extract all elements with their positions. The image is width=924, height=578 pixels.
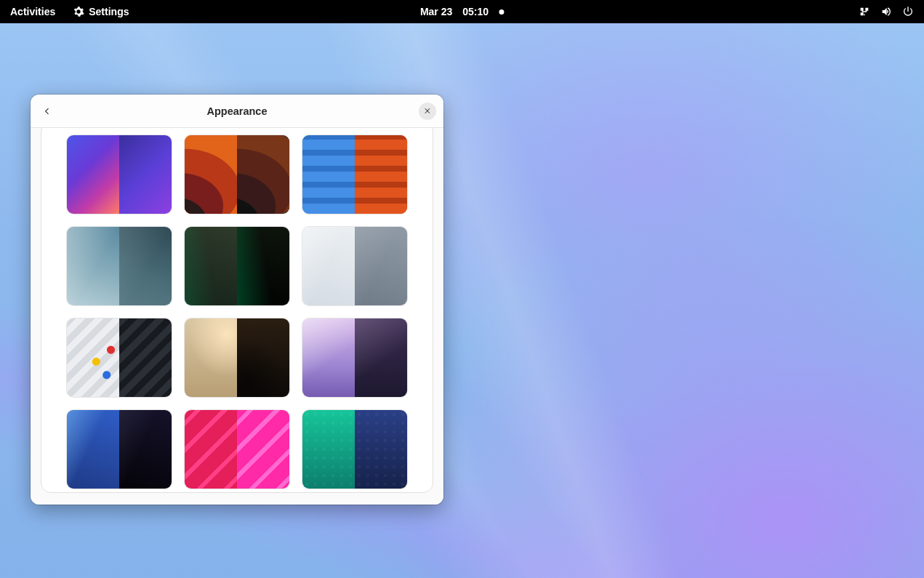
wallpaper-dark-half: [355, 318, 407, 397]
wallpaper-light-half: [302, 135, 355, 214]
network-icon[interactable]: [859, 6, 870, 17]
wallpaper-dark-half: [355, 410, 407, 489]
wallpaper-thumbnail[interactable]: [302, 318, 407, 397]
notification-dot-icon: [499, 9, 504, 15]
clock-date: Mar 23: [420, 6, 452, 17]
settings-window: Appearance: [31, 95, 443, 505]
wallpaper-dark-half: [237, 410, 289, 489]
focused-app-menu[interactable]: Settings: [73, 6, 129, 17]
power-icon[interactable]: [902, 6, 914, 17]
wallpaper-grid: [41, 128, 433, 492]
wallpaper-light-half: [185, 318, 237, 397]
gnome-top-bar: Activities Settings Mar 23 05:10: [0, 0, 924, 23]
close-icon: [424, 107, 432, 115]
close-button[interactable]: [419, 103, 436, 120]
activities-button[interactable]: Activities: [10, 6, 55, 17]
wallpaper-light-half: [185, 227, 237, 305]
window-title: Appearance: [206, 105, 267, 117]
wallpaper-light-half: [67, 227, 119, 305]
wallpaper-dark-half: [119, 227, 172, 305]
wallpaper-thumbnail[interactable]: [185, 410, 289, 489]
wallpaper-thumbnail[interactable]: [302, 135, 407, 214]
wallpaper-thumbnail[interactable]: [302, 410, 407, 489]
wallpaper-thumbnail[interactable]: [67, 410, 172, 489]
wallpaper-dark-half: [119, 410, 172, 489]
wallpaper-dark-half: [355, 227, 407, 305]
window-titlebar: Appearance: [31, 95, 443, 128]
wallpaper-dark-half: [119, 135, 172, 214]
wallpaper-light-half: [67, 318, 119, 397]
focused-app-name: Settings: [89, 6, 129, 17]
wallpaper-thumbnail[interactable]: [67, 227, 172, 305]
wallpaper-light-half: [67, 410, 119, 489]
wallpaper-dark-half: [237, 227, 289, 305]
wallpaper-thumbnail[interactable]: [185, 318, 289, 397]
wallpaper-scroll[interactable]: [41, 128, 433, 492]
wallpaper-thumbnail[interactable]: [185, 135, 289, 214]
gear-icon: [73, 6, 84, 17]
wallpaper-dark-half: [119, 318, 172, 397]
wallpaper-light-half: [302, 227, 355, 305]
clock-time: 05:10: [462, 6, 489, 17]
wallpaper-dark-half: [237, 318, 289, 397]
wallpaper-thumbnail[interactable]: [67, 318, 172, 397]
wallpaper-light-half: [302, 318, 355, 397]
chevron-left-icon: [42, 106, 52, 116]
wallpaper-thumbnail[interactable]: [67, 135, 172, 214]
wallpaper-thumbnail[interactable]: [185, 227, 289, 305]
clock-menu[interactable]: Mar 23 05:10: [420, 6, 504, 17]
wallpaper-panel: [41, 128, 433, 493]
wallpaper-dark-half: [355, 135, 407, 214]
window-body: [31, 128, 443, 505]
wallpaper-light-half: [185, 135, 237, 214]
wallpaper-light-half: [302, 410, 355, 489]
wallpaper-dark-half: [237, 135, 289, 214]
volume-icon[interactable]: [880, 6, 892, 17]
wallpaper-light-half: [67, 135, 119, 214]
back-button[interactable]: [38, 102, 57, 121]
wallpaper-thumbnail[interactable]: [302, 227, 407, 305]
wallpaper-light-half: [185, 410, 237, 489]
